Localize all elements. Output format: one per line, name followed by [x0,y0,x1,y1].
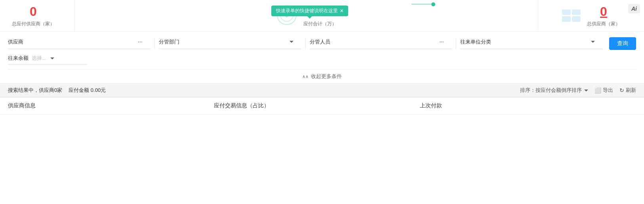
balance-label: 往来余额 [8,55,29,62]
stat-label-suppliers: 总供应商（家） [587,21,620,27]
unit-category-arrow[interactable] [591,41,595,43]
balance-arrow[interactable] [50,57,54,59]
table-col-last-payment: 上次付款 [420,102,636,109]
export-button[interactable]: ⬜ 导出 [594,87,613,94]
sort-arrow [584,90,588,92]
unit-category-label: 往来单位分类 [460,38,491,46]
tooltip-close-btn[interactable]: × [340,8,343,14]
results-actions: 排序：按应付会额倒序排序 ⬜ 导出 ↻ 刷新 [520,87,636,94]
unit-category-filter: 往来单位分类 [460,38,603,49]
sort-label: 排序：按应付会额倒序排序 [520,87,582,94]
supplier-filter: 供应商 ··· [8,38,151,49]
sort-select[interactable]: 排序：按应付会额倒序排序 [520,87,588,94]
collapse-bar[interactable]: ∧∧ 收起更多条件 [8,69,636,83]
results-info-2: 应付金额 0.00元 [69,87,106,94]
stats-bar: 0 总应付供应商（家） ¥ 0.00 应付合计（万） [0,0,644,32]
stat-payable-suppliers: 0 总应付供应商（家） [0,0,75,31]
divider-1 [154,38,155,50]
department-filter: 分管部门 [159,38,301,49]
stat-label-payable: 总应付供应商（家） [12,21,55,27]
supplier-label: 供应商 [8,38,24,46]
supplier-input[interactable] [27,39,135,45]
table-col-transaction: 应付交易信息（占比） [214,102,420,109]
person-filter: 分管人员 ··· [310,38,452,49]
table-body [0,114,644,194]
stat-number-suppliers: 0 [600,4,607,19]
stat-number-payable: 0 [30,4,37,19]
refresh-label: 刷新 [626,87,636,94]
results-info-1: 搜索结果中，供应商0家 [8,87,62,94]
query-button[interactable]: 查询 [609,37,636,50]
collapse-label: 收起更多条件 [311,73,342,80]
export-label: 导出 [603,87,613,94]
balance-placeholder: 选择... [32,55,46,62]
divider-3 [456,38,456,50]
filter-row-2: 往来余额 选择... [8,55,636,65]
filter-row-1: 供应商 ··· 分管部门 分管人员 ··· 往来单位分类 查询 [8,37,636,50]
person-dots-btn[interactable]: ··· [440,39,444,45]
refresh-button[interactable]: ↻ 刷新 [619,87,636,94]
supplier-dots-btn[interactable]: ··· [138,39,143,45]
export-icon: ⬜ [594,87,601,93]
up-arrow-icon: ∧∧ [302,74,309,79]
table-col-supplier: 供应商信息 [8,102,214,109]
department-input[interactable] [183,39,286,45]
person-input[interactable] [333,39,436,45]
person-label: 分管人员 [310,38,330,46]
department-arrow[interactable] [290,41,293,43]
stat-label-total: 应付合计（万） [303,21,337,27]
results-bar: 搜索结果中，供应商0家 应付金额 0.00元 排序：按应付会额倒序排序 ⬜ 导出… [0,84,644,97]
tooltip-text: 快速录单的快捷键说明在这里 [276,8,338,14]
refresh-icon: ↻ [619,87,624,93]
table-header: 供应商信息 应付交易信息（占比） 上次付款 [0,97,644,114]
tooltip-bubble: 快速录单的快捷键说明在这里 × [271,6,348,16]
filter-section: 供应商 ··· 分管部门 分管人员 ··· 往来单位分类 查询 [0,32,644,84]
ai-button[interactable]: Ai [628,4,640,13]
balance-filter: 往来余额 选择... [8,55,87,65]
department-label: 分管部门 [159,38,179,46]
unit-category-input[interactable] [494,39,587,45]
divider-2 [305,38,306,50]
results-info: 搜索结果中，供应商0家 应付金额 0.00元 [8,87,106,94]
